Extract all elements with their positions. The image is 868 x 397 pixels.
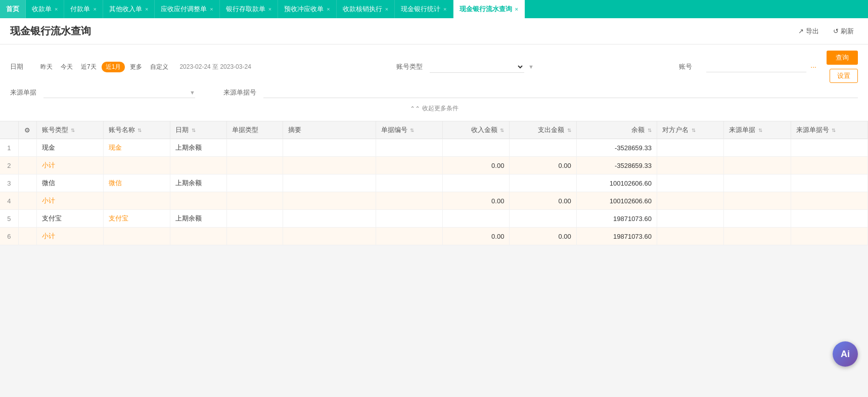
source-doc-dropdown-icon: ▼ [190, 90, 195, 96]
col-summary-label: 摘要 [288, 126, 301, 134]
date-btn-yesterday[interactable]: 昨天 [37, 62, 56, 72]
settings-button[interactable]: 设置 [830, 69, 858, 83]
col-expense-label: 支出金额 [538, 126, 564, 134]
nav-label-flow: 现金银行流水查询 [460, 5, 512, 14]
sort-account-type-icon: ⇅ [71, 127, 75, 133]
account-input[interactable] [706, 61, 806, 72]
table-cell [791, 157, 867, 174]
table-cell [170, 228, 227, 245]
col-expense[interactable]: 支出金额 ⇅ [510, 121, 576, 139]
sort-expense-icon: ⇅ [567, 127, 571, 133]
sort-income-icon: ⇅ [500, 127, 504, 133]
source-doc-no-input[interactable] [263, 87, 858, 98]
date-range-text: 2023-02-24 至 2023-03-24 [179, 63, 251, 71]
date-btn-today[interactable]: 今天 [58, 62, 76, 72]
col-source-doc-no[interactable]: 来源单据号 ⇅ [791, 121, 867, 139]
table-cell [226, 210, 283, 228]
table-cell: 1 [0, 139, 18, 157]
source-doc-no-label: 来源单据号 [223, 88, 256, 97]
col-balance[interactable]: 余额 ⇅ [576, 121, 657, 139]
col-gear[interactable]: ⚙ [18, 121, 36, 139]
table-cell [724, 192, 791, 210]
col-date[interactable]: 日期 ⇅ [170, 121, 227, 139]
table-cell: 支付宝 [103, 210, 170, 228]
nav-item-flow[interactable]: 现金银行流水查询 × [453, 0, 525, 18]
table-cell [283, 157, 376, 174]
col-doc-type-label: 单据类型 [232, 126, 258, 134]
table-cell [18, 228, 36, 245]
col-summary[interactable]: 摘要 [283, 121, 376, 139]
refresh-button[interactable]: ↺ 刷新 [829, 25, 858, 38]
query-button[interactable]: 查询 [827, 51, 858, 65]
source-doc-input[interactable] [43, 87, 188, 98]
table-cell [170, 157, 227, 174]
col-income[interactable]: 收入金额 ⇅ [443, 121, 510, 139]
table-cell: 上期余额 [170, 210, 227, 228]
col-doc-type[interactable]: 单据类型 [226, 121, 283, 139]
nav-item-receipt[interactable]: 收款单 × [26, 0, 64, 18]
nav-item-collection[interactable]: 收款核销执行 × [337, 0, 395, 18]
nav-item-advance[interactable]: 预收冲应收单 × [278, 0, 336, 18]
table-row: 1现金现金上期余额-3528659.33 [0, 139, 868, 157]
gear-icon: ⚙ [24, 126, 30, 134]
table-cell: -3528659.33 [576, 139, 657, 157]
table-cell [283, 228, 376, 245]
table-cell [283, 174, 376, 192]
table-cell [18, 210, 36, 228]
account-ellipsis-btn[interactable]: ··· [810, 63, 816, 71]
table-cell: 0.00 [443, 157, 510, 174]
date-btn-more[interactable]: 更多 [127, 62, 145, 72]
table-cell [724, 174, 791, 192]
sort-source-doc-icon: ⇅ [758, 127, 762, 133]
nav-close-ar-ap[interactable]: × [210, 6, 213, 12]
filter-area: 日期 昨天 今天 近7天 近1月 更多 自定义 2023-02-24 至 202… [0, 45, 868, 121]
account-type-select[interactable] [430, 61, 524, 73]
date-btn-7days[interactable]: 近7天 [78, 62, 100, 72]
table-cell [283, 139, 376, 157]
table-cell: 100102606.60 [576, 174, 657, 192]
nav-close-flow[interactable]: × [515, 6, 518, 12]
nav-close-stat[interactable]: × [443, 6, 446, 12]
nav-close-collection[interactable]: × [385, 6, 388, 12]
data-table: ⚙ 账号类型 ⇅ 账号名称 ⇅ 日期 ⇅ 单据类型 摘要 [0, 121, 868, 245]
nav-item-bank-deposit[interactable]: 银行存取款单 × [220, 0, 278, 18]
table-cell [724, 139, 791, 157]
col-doc-no[interactable]: 单据编号 ⇅ [376, 121, 442, 139]
col-account-name-label: 账号名称 [109, 126, 135, 134]
nav-label-collection: 收款核销执行 [343, 5, 382, 14]
nav-close-bank-deposit[interactable]: × [268, 6, 271, 12]
table-cell: 0.00 [510, 228, 576, 245]
nav-item-payment[interactable]: 付款单 × [64, 0, 103, 18]
col-counterparty[interactable]: 对方户名 ⇅ [657, 121, 723, 139]
col-account-type[interactable]: 账号类型 ⇅ [36, 121, 103, 139]
nav-close-other-income[interactable]: × [145, 6, 148, 12]
table-cell [657, 210, 723, 228]
account-type-label: 账号类型 [396, 62, 423, 71]
table-cell [283, 192, 376, 210]
nav-item-ar-ap[interactable]: 应收应付调整单 × [155, 0, 219, 18]
col-source-doc-no-label: 来源单据号 [796, 126, 829, 134]
table-cell: 5 [0, 210, 18, 228]
date-btn-custom[interactable]: 自定义 [147, 62, 171, 72]
table-row: 4小计0.000.00100102606.60 [0, 192, 868, 210]
table-cell [510, 139, 576, 157]
table-cell [283, 210, 376, 228]
table-cell: 4 [0, 192, 18, 210]
refresh-icon: ↺ [833, 27, 839, 35]
collapse-button[interactable]: ⌃⌃ 收起更多条件 [410, 104, 459, 113]
nav-close-advance[interactable]: × [327, 6, 330, 12]
nav-close-receipt[interactable]: × [55, 6, 58, 12]
nav-item-home[interactable]: 首页 [0, 0, 26, 18]
nav-item-stat[interactable]: 现金银行统计 × [395, 0, 453, 18]
export-button[interactable]: ↗ 导出 [794, 25, 823, 38]
table-cell: 现金 [36, 139, 103, 157]
nav-close-payment[interactable]: × [93, 6, 96, 12]
col-source-doc[interactable]: 来源单据 ⇅ [724, 121, 791, 139]
col-account-name[interactable]: 账号名称 ⇅ [103, 121, 170, 139]
source-doc-label: 来源单据 [10, 88, 36, 97]
table-cell [376, 228, 442, 245]
nav-item-other-income[interactable]: 其他收入单 × [103, 0, 155, 18]
table-cell [724, 210, 791, 228]
date-btn-1month[interactable]: 近1月 [102, 62, 125, 72]
table-cell: 6 [0, 228, 18, 245]
